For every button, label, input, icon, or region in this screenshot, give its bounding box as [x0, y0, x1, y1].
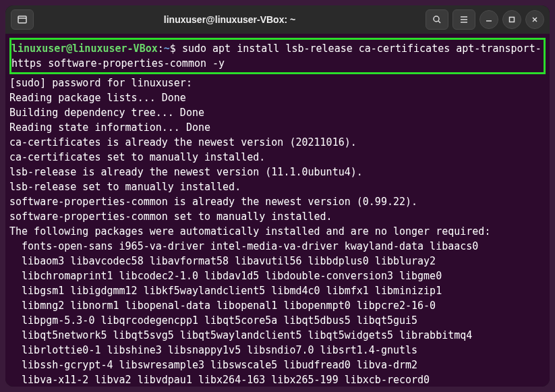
terminal-content[interactable]: linuxuser@linuxuser-VBox:~$ sudo apt ins… [5, 34, 550, 387]
output-line: The following packages were automaticall… [9, 224, 546, 239]
titlebar: linuxuser@linuxuser-VBox: ~ [5, 5, 550, 34]
output-line: librlottie0-1 libshine3 libsnappy1v5 lib… [9, 343, 546, 358]
prompt-user-host: linuxuser@linuxuser-VBox [11, 43, 158, 55]
svg-point-2 [434, 16, 439, 22]
svg-rect-0 [18, 16, 26, 23]
svg-rect-8 [510, 18, 515, 22]
output-line: libaom3 libavcodec58 libavformat58 libav… [9, 254, 546, 269]
minimize-button[interactable] [479, 10, 498, 29]
prompt-path: ~ [164, 43, 170, 55]
prompt-symbol: $ [170, 43, 176, 55]
prompt-colon: : [158, 43, 164, 55]
output-line: Reading package lists... Done [9, 90, 546, 105]
output-line: libchromaprint1 libcodec2-1.0 libdav1d5 … [9, 269, 546, 283]
output-line: libpgm-5.3-0 libqrcodegencpp1 libqt5core… [9, 313, 546, 328]
output-line: libgsm1 libigdgmm12 libkf5waylandclient5… [9, 283, 546, 298]
maximize-icon [508, 16, 516, 24]
output-line: [sudo] password for linuxuser: [9, 76, 546, 90]
search-button[interactable] [426, 9, 448, 30]
output-line: libmng2 libnorm1 libopenal-data libopena… [9, 298, 546, 313]
search-icon [432, 14, 442, 25]
close-button[interactable] [525, 10, 544, 29]
output-line: libssh-gcrypt-4 libswresample3 libswscal… [9, 358, 546, 372]
command-highlight: linuxuser@linuxuser-VBox:~$ sudo apt ins… [9, 38, 546, 74]
output-line: libva-x11-2 libva2 libvdpau1 libx264-163… [9, 372, 546, 387]
tab-icon [17, 14, 28, 25]
output-line: software-properties-common set to manual… [9, 209, 546, 224]
close-icon [531, 16, 539, 24]
output-line: lsb-release set to manually installed. [9, 179, 546, 194]
menu-button[interactable] [452, 9, 475, 30]
hamburger-icon [459, 14, 469, 25]
output-line: libqt5network5 libqt5svg5 libqt5waylandc… [9, 328, 546, 343]
output-line: Building dependency tree... Done [9, 105, 546, 120]
output-line: ca-certificates set to manually installe… [9, 150, 546, 165]
maximize-button[interactable] [502, 10, 521, 29]
output-line: lsb-release is already the newest versio… [9, 165, 546, 179]
terminal-window: linuxuser@linuxuser-VBox: ~ linuxuser@li… [5, 5, 550, 387]
output-line: Reading state information... Done [9, 120, 546, 135]
svg-line-3 [438, 21, 440, 23]
terminal-output: [sudo] password for linuxuser:Reading pa… [9, 76, 546, 387]
new-tab-button[interactable] [11, 9, 34, 30]
minimize-icon [485, 16, 493, 24]
output-line: fonts-open-sans i965-va-driver intel-med… [9, 239, 546, 254]
output-line: ca-certificates is already the newest ve… [9, 135, 546, 150]
output-line: software-properties-common is already th… [9, 194, 546, 209]
window-title: linuxuser@linuxuser-VBox: ~ [38, 14, 421, 25]
